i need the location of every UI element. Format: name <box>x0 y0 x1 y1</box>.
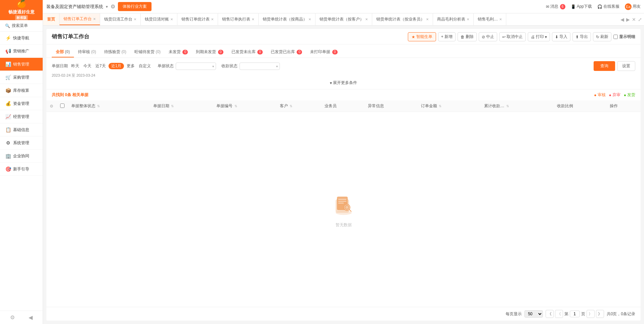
tab-margin-analysis-close[interactable]: ✕ <box>467 17 469 21</box>
sub-tab-shipped-out[interactable]: 已发货已出库 0 <box>267 47 306 57</box>
page-last-btn[interactable]: 》 <box>596 310 604 318</box>
sidebar-item-inventory[interactable]: 📦 库存核算 <box>0 84 43 97</box>
sidebar-item-guide[interactable]: 🎯 新手引导 <box>0 163 43 176</box>
table-ship-btn[interactable]: ● 发货 <box>624 92 635 98</box>
tab-sales-report-staff-close[interactable]: ✕ <box>426 17 429 21</box>
sub-tab-pending-review[interactable]: 待审核 (0) <box>74 47 100 57</box>
sidebar-settings-icon[interactable]: ⚙ <box>10 314 15 321</box>
filter-date-last1m[interactable]: 近1月 <box>109 63 124 69</box>
table-revoke-btn[interactable]: ● 弃审 <box>609 92 620 98</box>
sidebar-item-quick-nav[interactable]: ⚡ 快捷导航 <box>0 32 43 45</box>
sub-tab-not-printed[interactable]: 未打印单据 0 <box>306 47 341 57</box>
sub-tab-all[interactable]: 全部 (0) <box>52 47 74 57</box>
tab-sales-exec[interactable]: 销售订单执行表 ✕ <box>218 13 259 25</box>
tab-sales-report-product[interactable]: 销货单统计表（按商品） ✕ <box>259 13 315 25</box>
select-all-checkbox[interactable] <box>60 104 65 108</box>
tab-sales-workbench-close[interactable]: ✕ <box>93 17 96 21</box>
sub-tab-wangpu-pending[interactable]: 旺铺待发货 (0) <box>130 47 165 57</box>
page-size-select[interactable]: 50 10 20 100 <box>524 310 543 318</box>
tab-sales-stats[interactable]: 销售订单统计表 ✕ <box>177 13 218 25</box>
sidebar-item-basic-info[interactable]: 📋 基础信息 <box>0 123 43 136</box>
show-detail-label[interactable]: 显示明细 <box>613 34 635 40</box>
smart-bill-btn[interactable]: ★ 智能生单 <box>408 32 436 41</box>
sub-tab-pending-check[interactable]: 待拣验货 (0) <box>100 47 130 57</box>
sidebar-item-search[interactable]: 🔍 搜索菜单 <box>0 20 43 32</box>
tab-sales-report-product-close[interactable]: ✕ <box>308 17 311 21</box>
sidebar-item-operations[interactable]: 📈 经营管理 <box>0 110 43 123</box>
logo: 🍊 畅捷通好生意 标准版 <box>0 0 43 20</box>
tab-sales-exec-close[interactable]: ✕ <box>252 17 254 21</box>
tab-home-label: 首页 <box>47 16 55 22</box>
filter-date-yesterday[interactable]: 昨天 <box>70 63 81 69</box>
filter-date-custom[interactable]: 自定义 <box>137 63 152 69</box>
filter-date-more[interactable]: 更多 <box>125 63 136 69</box>
tab-cash-daily[interactable]: 钱货日清工作台 ✕ <box>100 13 141 25</box>
online-service-btn[interactable]: 🎧 在线客服 <box>597 4 619 9</box>
sub-tab-shipped-not-in[interactable]: 已发货未出库 0 <box>227 47 267 57</box>
expand-icon[interactable]: ▾ <box>106 4 108 9</box>
col-settings[interactable]: ⚙ <box>46 100 57 112</box>
sidebar-item-marketing[interactable]: 📢 营销推广 <box>0 45 43 58</box>
sort-number-icon: ⇅ <box>234 104 237 108</box>
filter-status-label: 单据状态 <box>158 63 174 69</box>
tab-cash-ledger-close[interactable]: ✕ <box>170 17 173 21</box>
filter-date-last7[interactable]: 近7天 <box>94 63 107 69</box>
tab-close-all-icon[interactable]: ✕ <box>632 17 636 22</box>
industry-btn[interactable]: 体验行业方案 <box>118 2 152 11</box>
tab-sales-more[interactable]: 销售毛利… ✕ <box>474 13 506 25</box>
filter-payment-select[interactable] <box>240 63 280 70</box>
filter-expand-btn[interactable]: ▾ 展开更多条件 <box>330 80 357 86</box>
sub-tab-overdue-not-shipped[interactable]: 到期未发货 0 <box>192 47 227 57</box>
tab-next-icon[interactable]: ▶ <box>626 17 630 22</box>
sidebar-item-enterprise[interactable]: 🏢 企业协同 <box>0 150 43 163</box>
new-btn[interactable]: + 新增 <box>438 32 456 41</box>
print-btn[interactable]: 🖨 打印 ▾ <box>528 32 550 41</box>
page-next-btn[interactable]: 〉 <box>587 310 595 318</box>
tab-prev-icon[interactable]: ◀ <box>620 17 624 22</box>
export-btn[interactable]: ⬆ 导出 <box>572 32 591 41</box>
filter-status-select[interactable] <box>176 63 216 70</box>
sidebar-collapse-icon[interactable]: ◀ <box>29 314 33 321</box>
tab-sales-report-customer[interactable]: 销货单统计表（按客户） ✕ <box>315 13 372 25</box>
tab-sales-report-staff[interactable]: 销货单统计表（按业务员） ✕ <box>372 13 433 25</box>
import-btn[interactable]: ⬇ 导入 <box>552 32 570 41</box>
tab-home[interactable]: 首页 <box>43 13 59 25</box>
message-label: 消息 <box>550 4 558 9</box>
work-card: 销售订单工作台 ★ 智能生单 + 新增 🗑 删除 ⊘ 中止 <box>46 29 641 321</box>
main-area: 装备及固定资产辅助管理系统 ▾ ⚙ 体验行业方案 ✉ 消息 6 📱 App下载 … <box>43 0 644 324</box>
sidebar-item-purchase[interactable]: 🛒 采购管理 <box>0 71 43 84</box>
app-settings-icon[interactable]: ⚙ <box>111 3 115 10</box>
stop-btn[interactable]: ⊘ 中止 <box>479 32 497 41</box>
query-btn[interactable]: 查询 <box>594 61 615 71</box>
sub-tab-all-label: 全部 <box>56 49 64 54</box>
message-btn[interactable]: ✉ 消息 6 <box>546 4 565 9</box>
topbar-left: 装备及固定资产辅助管理系统 ▾ ⚙ 体验行业方案 <box>46 2 152 11</box>
tab-cash-daily-close[interactable]: ✕ <box>134 17 136 21</box>
app-download-btn[interactable]: 📱 App下载 <box>571 4 592 9</box>
sub-tab-not-shipped[interactable]: 未发货 0 <box>165 47 192 57</box>
delete-label: 删除 <box>466 34 474 40</box>
refresh-btn[interactable]: ↻ 刷新 <box>593 32 611 41</box>
page-num-input[interactable] <box>570 311 580 317</box>
tab-sales-stats-close[interactable]: ✕ <box>211 17 214 21</box>
sidebar-item-system[interactable]: ⚙ 系统管理 <box>0 136 43 150</box>
filter-date-today[interactable]: 今天 <box>82 63 93 69</box>
import-icon: ⬇ <box>555 35 558 39</box>
page-first-btn[interactable]: 《 <box>546 310 554 318</box>
cancel-stop-btn[interactable]: ↩ 取消中止 <box>499 32 526 41</box>
phone-icon: 📱 <box>571 4 576 9</box>
tab-sales-report-customer-close[interactable]: ✕ <box>365 17 368 21</box>
tab-margin-analysis[interactable]: 商品毛利分析表 ✕ <box>433 13 474 25</box>
delete-btn[interactable]: 🗑 删除 <box>458 32 477 41</box>
tab-cash-ledger[interactable]: 钱货日清对账 ✕ <box>141 13 177 25</box>
show-detail-checkbox[interactable] <box>613 35 618 39</box>
sidebar-item-finance[interactable]: 💰 资金管理 <box>0 97 43 110</box>
table-audit-btn[interactable]: ● 审核 <box>594 92 605 98</box>
tab-sales-more-close[interactable]: ✕ <box>499 17 502 21</box>
user-btn[interactable]: Ea 用友 <box>625 3 641 10</box>
tab-maximize-icon[interactable]: ⤢ <box>638 17 642 22</box>
page-prev-btn[interactable]: 〈 <box>555 310 563 318</box>
sidebar-item-sales[interactable]: 📊 销售管理 <box>0 58 43 71</box>
filter-settings-btn[interactable]: 设置 <box>617 61 635 71</box>
tab-sales-workbench[interactable]: 销售订单工作台 ✕ <box>59 13 100 25</box>
